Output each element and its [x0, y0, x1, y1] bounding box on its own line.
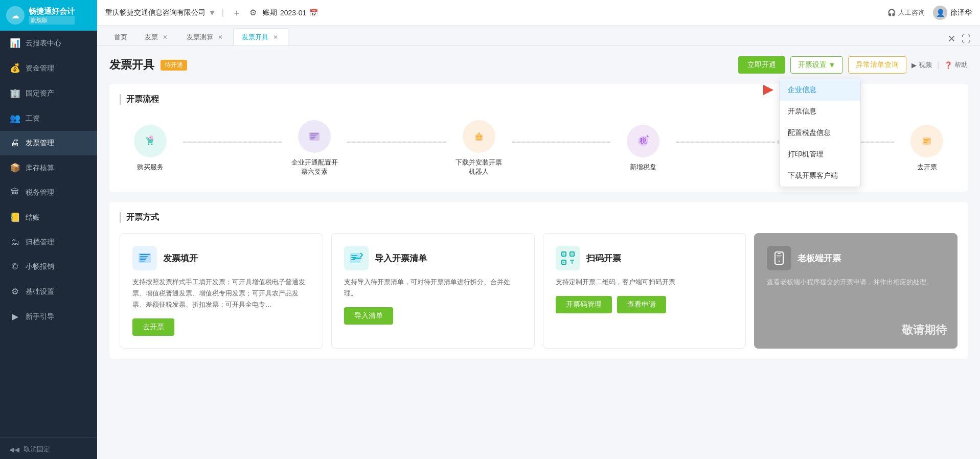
app-logo: ☁ 畅捷通好会计 旗舰版 [0, 0, 97, 31]
download-robot-icon [463, 120, 495, 153]
fapiao-icon: 🖨 [9, 138, 20, 148]
flow-step-buy-service: + 购买服务 [120, 125, 181, 172]
sidebar-item-fapiao[interactable]: 🖨 发票管理 [0, 131, 97, 155]
maximize-button[interactable]: ⛶ [961, 33, 972, 45]
sidebar-item-shuiwu[interactable]: 🏛 税务管理 [0, 180, 97, 205]
sidebar-item-yunbao[interactable]: 📊 云报表中心 [0, 31, 97, 56]
dropdown-item-download-client[interactable]: 下载开票客户端 [780, 165, 860, 187]
tab-fapiaocesuan-close[interactable]: ✕ [216, 33, 224, 41]
settings-icon[interactable]: ⚙ [249, 8, 257, 17]
import-list-header: 导入开票清单 [344, 246, 522, 270]
scan-invoice-buttons: 开票码管理 查看申请 [556, 296, 734, 313]
svg-marker-0 [763, 85, 773, 95]
tabs-bar: 首页 发票 ✕ 发票测算 ✕ 发票开具 ✕ ✕ ⛶ [97, 26, 980, 46]
tab-fapiaocesuan[interactable]: 发票测算 ✕ [178, 28, 233, 45]
scan-invoice-apply-button[interactable]: 查看申请 [617, 296, 666, 313]
tab-fapiaokaiju-close[interactable]: ✕ [271, 33, 280, 41]
close-all-tabs-button[interactable]: ✕ [947, 32, 956, 45]
svg-rect-8 [310, 133, 318, 134]
svg-rect-9 [310, 135, 316, 136]
logo-text: 畅捷通好会计 旗舰版 [29, 6, 75, 25]
svg-text:+: + [149, 135, 152, 140]
dropdown-item-company-info[interactable]: 企业信息 [780, 79, 860, 101]
sidebar-item-zijin[interactable]: 💰 资金管理 [0, 56, 97, 81]
headset-icon: 🎧 [887, 9, 896, 16]
dropdown-arrow-icon: ▼ [829, 61, 836, 69]
sidebar-item-jichushezhi[interactable]: ⚙ 基础设置 [0, 279, 97, 304]
scan-invoice-header: 扫码开票 [556, 246, 734, 270]
dropdown-item-tax-disk-config[interactable]: 配置税盘信息 [780, 122, 860, 144]
flow-connector-4 [674, 142, 777, 143]
company-dropdown-icon: ▼ [209, 9, 216, 17]
main-area: 重庆畅捷交通信息咨询有限公司 ▼ | ＋ ⚙ 账期 2023-01 📅 🎧 人工… [97, 0, 980, 459]
company-selector[interactable]: 重庆畅捷交通信息咨询有限公司 ▼ [105, 8, 216, 17]
sidebar-item-gudingzichan[interactable]: 🏢 固定资产 [0, 81, 97, 106]
svg-rect-37 [351, 259, 355, 260]
svg-rect-26 [924, 142, 927, 143]
tab-fapiao-close[interactable]: ✕ [161, 33, 169, 41]
add-company-button[interactable]: ＋ [230, 6, 243, 20]
tab-home[interactable]: 首页 [105, 28, 136, 45]
svg-rect-35 [351, 255, 357, 256]
jichushezhi-icon: ⚙ [9, 286, 20, 297]
svg-rect-46 [775, 252, 783, 264]
sidebar-item-xiaochang[interactable]: © 小畅报销 [0, 255, 97, 279]
sidebar-item-guidang[interactable]: 🗂 归档管理 [0, 230, 97, 255]
boss-invoice-icon [767, 246, 791, 270]
svg-rect-30 [140, 258, 147, 259]
jiezhang-icon: 📒 [9, 212, 20, 223]
help-button[interactable]: ❓ 帮助 [944, 60, 968, 70]
gudingzichan-icon: 🏢 [9, 88, 20, 99]
svg-rect-32 [140, 261, 145, 262]
sidebar-item-jiezhang[interactable]: 📒 结账 [0, 205, 97, 230]
page-header-actions: 立即开通 开票设置 ▼ 异常清单查询 ▶ 视频 | ❓ [738, 56, 968, 74]
import-list-button[interactable]: 导入清单 [344, 307, 393, 325]
svg-rect-28 [140, 254, 150, 255]
method-card-import-list: 导入开票清单 支持导入待开票清单，可对待开票清单进行拆分、合并处理。 导入清单 [331, 233, 535, 349]
user-profile[interactable]: 👤 徐泽华 [933, 6, 972, 20]
calendar-icon[interactable]: 📅 [309, 9, 318, 17]
invoice-settings-button[interactable]: 开票设置 ▼ [790, 56, 844, 74]
fill-invoice-icon [132, 246, 157, 270]
sidebar-item-gongzi[interactable]: 👥 工资 [0, 106, 97, 131]
help-video-button[interactable]: ▶ 视频 [911, 60, 932, 70]
open-now-button[interactable]: 立即开通 [738, 56, 785, 74]
config-enterprise-icon [298, 120, 331, 153]
method-cards: 发票填开 支持按照发票样式手工填开发票；可开具增值税电子普通发票、增值税普通发票… [120, 233, 958, 349]
svg-rect-31 [140, 259, 146, 260]
tab-fapiao[interactable]: 发票 ✕ [136, 28, 178, 45]
status-badge: 待开通 [161, 60, 187, 71]
scan-invoice-icon [556, 246, 580, 270]
dropdown-item-invoice-info[interactable]: 开票信息 [780, 101, 860, 122]
sidebar: ☁ 畅捷通好会计 旗舰版 📊 云报表中心 💰 资金管理 🏢 固定资产 👥 工资 [0, 0, 97, 459]
svg-text:税: 税 [640, 136, 647, 145]
support-button[interactable]: 🎧 人工咨询 [887, 8, 925, 17]
method-card-scan-invoice: 扫码开票 支持定制开票二维码，客户端可扫码开票 开票码管理 查看申请 [543, 233, 746, 349]
svg-rect-10 [310, 137, 315, 138]
svg-rect-41 [563, 254, 564, 255]
page-content: 发票开具 待开通 立即开通 开票设置 ▼ 异常清单查询 ▶ 视频 [97, 46, 980, 459]
import-list-icon [344, 246, 369, 270]
flow-connector-3 [510, 142, 612, 143]
dropdown-item-printer-mgmt[interactable]: 打印机管理 [780, 144, 860, 165]
scan-invoice-qrcode-button[interactable]: 开票码管理 [556, 296, 612, 313]
sidebar-nav: 📊 云报表中心 💰 资金管理 🏢 固定资产 👥 工资 🖨 发票管理 📦 [0, 31, 97, 435]
avatar: 👤 [933, 6, 947, 20]
page-header: 发票开具 待开通 立即开通 开票设置 ▼ 异常清单查询 ▶ 视频 [109, 56, 968, 74]
method-card-boss-invoice: 老板端开票 查看老板端小程序提交的开票申请，并作出相应的处理。 敬请期待 [754, 233, 958, 349]
svg-rect-11 [310, 139, 314, 140]
sidebar-item-xinshouyindao[interactable]: ▶ 新手引导 [0, 304, 97, 329]
logo-icon: ☁ [6, 6, 25, 25]
svg-point-17 [478, 132, 480, 133]
invoice-settings-wrapper: 开票设置 ▼ [790, 56, 844, 74]
sidebar-cancel-fixed[interactable]: ◀◀ 取消固定 [0, 440, 97, 459]
abnormal-list-button[interactable]: 异常清单查询 [848, 56, 906, 74]
svg-point-3 [151, 144, 153, 145]
sidebar-item-kucun[interactable]: 📦 库存核算 [0, 155, 97, 180]
play-icon: ▶ [911, 61, 917, 69]
fill-invoice-button[interactable]: 去开票 [132, 318, 174, 336]
svg-rect-49 [777, 257, 781, 257]
tab-fapiaokaiju[interactable]: 发票开具 ✕ [233, 28, 288, 45]
svg-rect-43 [563, 262, 564, 263]
coming-soon-overlay: 敬请期待 [902, 323, 947, 338]
